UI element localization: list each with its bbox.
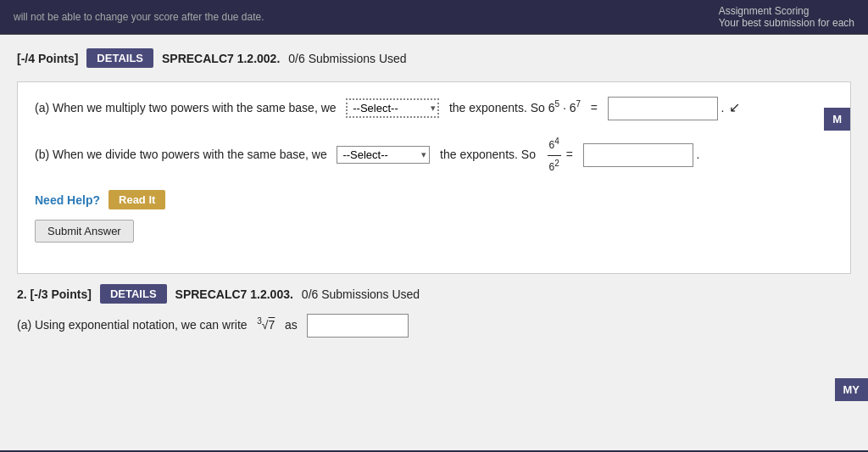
part-b-select-wrapper: --Select-- add subtract multiply divide [337, 144, 430, 165]
fraction-denominator: 62 [548, 156, 561, 177]
problem2-part-a-answer-input[interactable] [307, 314, 409, 338]
problem1-points: [-/4 Points] [17, 52, 78, 65]
problem2-my-badge: MY [835, 378, 869, 401]
part-b-select[interactable]: --Select-- add subtract multiply divide [337, 146, 430, 164]
part-a-text1: (a) When we multiply two powers with the… [35, 101, 337, 114]
best-submission-label: Your best submission for each [719, 17, 854, 29]
part-b-text1: (b) When we divide two powers with the s… [35, 148, 327, 161]
need-help-label: Need Help? [35, 193, 100, 207]
part-a-select[interactable]: --Select-- add subtract multiply divide [346, 98, 439, 118]
problem2-code: SPRECALC7 1.2.003. [175, 287, 293, 301]
part-a-text4: = [591, 101, 598, 114]
problem2-part-a-text2: as [285, 318, 298, 332]
part-a-exp1: 5 [554, 99, 559, 109]
problem2-part-a-text1: (a) Using exponential notation, we can w… [17, 318, 248, 332]
top-bar: will not be able to change your score af… [0, 0, 868, 35]
read-it-button[interactable]: Read It [108, 190, 165, 209]
problem1-header: [-/4 Points] DETAILS SPRECALC7 1.2.002. … [17, 48, 851, 68]
radical-index: 3 [257, 317, 262, 326]
problem1-part-a: (a) When we multiply two powers with the… [35, 96, 833, 120]
part-a-text2: the exponents. So 6 [449, 101, 555, 114]
fraction: 64 62 [548, 134, 561, 176]
submit-answer-button[interactable]: Submit Answer [35, 220, 134, 243]
problem1-question-box: M (a) When we multiply two powers with t… [17, 81, 851, 274]
part-a-period: . [721, 101, 725, 114]
problem1-code: SPRECALC7 1.2.002. [162, 52, 280, 65]
part-a-text3: · 6 [563, 101, 576, 114]
part-a-exp2: 7 [576, 99, 581, 109]
problem1-details-button[interactable]: DETAILS [86, 48, 153, 68]
problem2-part-a: (a) Using exponential notation, we can w… [17, 314, 851, 338]
part-b-text2: the exponents. So [440, 148, 536, 161]
part-a-answer-input[interactable] [608, 97, 718, 120]
part-b-text3: = [566, 148, 573, 161]
problem1-submissions: 0/6 Submissions Used [288, 52, 406, 65]
top-bar-left-text: will not be able to change your score af… [14, 11, 264, 23]
need-help-row: Need Help? Read It [35, 190, 833, 209]
assignment-scoring-label: Assignment Scoring [719, 5, 810, 17]
problem2-points: 2. [-/3 Points] [17, 287, 92, 301]
problem2-details-button[interactable]: DETAILS [100, 284, 167, 304]
radicand: 7 [269, 318, 275, 332]
cursor-arrow: ↙ [729, 96, 740, 120]
main-content: [-/4 Points] DETAILS SPRECALC7 1.2.002. … [0, 35, 868, 450]
problem2-header: 2. [-/3 Points] DETAILS SPRECALC7 1.2.00… [17, 284, 851, 304]
part-b-period: . [697, 148, 700, 161]
fraction-num-exp: 4 [554, 137, 559, 146]
problem1-my-badge: M [824, 108, 850, 131]
top-bar-right: Assignment Scoring Your best submission … [719, 5, 854, 29]
page-wrapper: will not be able to change your score af… [0, 0, 868, 452]
cube-root-symbol: 3√7 [257, 318, 278, 332]
problem2-submissions: 0/6 Submissions Used [302, 287, 420, 301]
fraction-numerator: 64 [548, 134, 561, 156]
part-b-answer-input[interactable] [583, 143, 693, 167]
part-a-select-wrapper: --Select-- add subtract multiply divide [346, 98, 439, 119]
problem1-part-b: (b) When we divide two powers with the s… [35, 134, 833, 176]
fraction-den-exp: 2 [554, 159, 559, 168]
